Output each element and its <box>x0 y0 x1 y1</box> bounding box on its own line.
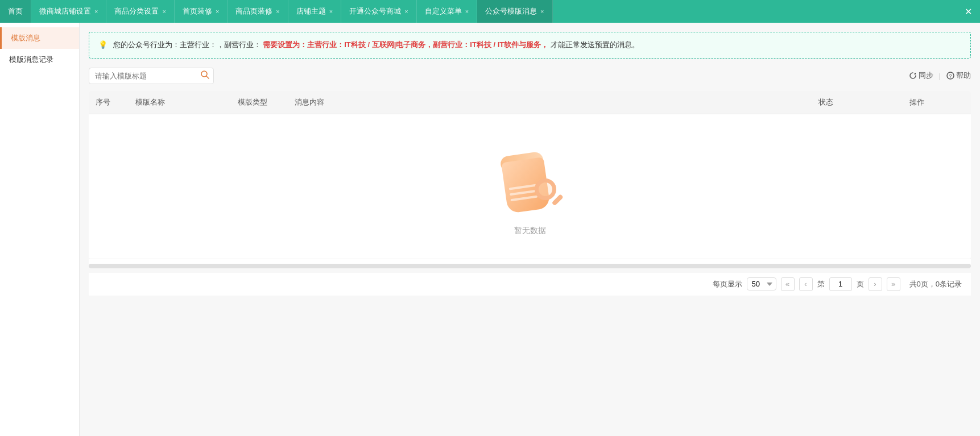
col-content: 消息内容 <box>288 91 812 114</box>
page-unit: 页 <box>857 279 864 289</box>
page-size-select[interactable]: 10 20 50 100 <box>747 277 776 290</box>
help-label: 帮助 <box>956 70 971 81</box>
page-size-label: 每页显示 <box>713 279 742 289</box>
weshop-tab-label: 微商城店铺设置 <box>39 6 91 16</box>
sidebar-item-template-msg-record[interactable]: 模版消息记录 <box>0 49 79 70</box>
search-input-wrap <box>89 68 214 84</box>
search-right: 同步 | ? 帮助 <box>909 70 971 81</box>
nav-tab-home-decor[interactable]: 首页装修 × <box>175 0 228 23</box>
close-weshop-tab[interactable]: × <box>94 8 98 15</box>
nav-tab-category[interactable]: 商品分类设置 × <box>106 0 174 23</box>
table-header: 序号 模版名称 模版类型 消息内容 状态 操作 <box>89 91 971 114</box>
nav-tab-home[interactable]: 首页 <box>0 0 31 23</box>
home-tab-label: 首页 <box>8 6 23 16</box>
help-button[interactable]: ? 帮助 <box>946 70 971 81</box>
col-name: 模版名称 <box>129 91 231 114</box>
table-container: 序号 模版名称 模版类型 消息内容 状态 操作 <box>89 91 971 259</box>
sidebar: 模版消息 模版消息记录 <box>0 23 80 436</box>
divider: | <box>939 72 941 80</box>
page-input[interactable] <box>829 277 852 291</box>
search-icon[interactable] <box>201 70 209 81</box>
sidebar-item-template-msg-label: 模版消息 <box>11 34 40 42</box>
col-status: 状态 <box>812 91 903 114</box>
sidebar-item-template-msg[interactable]: 模版消息 <box>0 27 79 49</box>
page-total: 共0页，0条记录 <box>909 279 962 289</box>
search-bar: 同步 | ? 帮助 <box>89 68 971 84</box>
bulb-icon: 💡 <box>98 40 107 49</box>
notice-prefix: 您的公众号行业为：主营行业：，副营行业： <box>113 40 261 49</box>
custom-menu-tab-label: 自定义菜单 <box>425 6 462 16</box>
nav-tab-weshop[interactable]: 微商城店铺设置 × <box>31 0 106 23</box>
home-decor-tab-label: 首页装修 <box>183 6 212 16</box>
main-content: 💡 您的公众号行业为：主营行业：，副营行业： 需要设置为：主营行业：IT科技 /… <box>80 23 980 436</box>
close-template-msg-tab[interactable]: × <box>540 8 544 15</box>
magnifier <box>535 178 564 208</box>
close-all-tabs-button[interactable]: ✕ <box>957 0 980 23</box>
first-page-button[interactable]: « <box>781 277 795 291</box>
page-label: 第 <box>817 279 825 289</box>
empty-text: 暂无数据 <box>514 226 546 236</box>
search-input[interactable] <box>89 68 214 84</box>
layout: 模版消息 模版消息记录 💡 您的公众号行业为：主营行业：，副营行业： 需要设置为… <box>0 23 980 436</box>
close-open-mall-tab[interactable]: × <box>404 8 408 15</box>
sync-button[interactable]: 同步 <box>909 70 933 81</box>
nav-tab-custom-menu[interactable]: 自定义菜单 × <box>417 0 477 23</box>
last-page-button[interactable]: » <box>887 277 900 291</box>
table-scrollbar[interactable] <box>89 264 971 268</box>
close-home-decor-tab[interactable]: × <box>216 8 219 15</box>
nav-tab-product-decor[interactable]: 商品页装修 × <box>228 0 288 23</box>
magnifier-circle <box>535 178 556 200</box>
nav-tab-shop-theme[interactable]: 店铺主题 × <box>288 0 341 23</box>
product-decor-tab-label: 商品页装修 <box>235 6 272 16</box>
close-custom-menu-tab[interactable]: × <box>465 8 469 15</box>
top-nav: 首页 微商城店铺设置 × 商品分类设置 × 首页装修 × 商品页装修 × 店铺主… <box>0 0 980 23</box>
empty-state: 暂无数据 <box>89 114 971 259</box>
close-product-decor-tab[interactable]: × <box>276 8 279 15</box>
col-seq: 序号 <box>89 91 129 114</box>
notice-highlight: 需要设置为：主营行业：IT科技 / 互联网|电子商务，副营行业：IT科技 / I… <box>263 40 548 49</box>
svg-line-1 <box>206 76 209 78</box>
scroll-line-2 <box>509 189 536 196</box>
template-msg-tab-label: 公众号模版消息 <box>485 6 537 16</box>
category-tab-label: 商品分类设置 <box>114 6 159 16</box>
nav-tab-open-mall[interactable]: 开通公众号商城 × <box>341 0 416 23</box>
nav-tab-template-msg[interactable]: 公众号模版消息 × <box>477 0 552 23</box>
notice-suffix: 才能正常发送预置的消息。 <box>551 40 639 49</box>
notice-box: 💡 您的公众号行业为：主营行业：，副营行业： 需要设置为：主营行业：IT科技 /… <box>89 32 971 59</box>
shop-theme-tab-label: 店铺主题 <box>296 6 326 16</box>
prev-page-button[interactable]: ‹ <box>799 277 813 291</box>
close-category-tab[interactable]: × <box>162 8 166 15</box>
svg-text:?: ? <box>949 73 952 79</box>
empty-illustration <box>496 148 564 217</box>
next-page-button[interactable]: › <box>869 277 882 291</box>
close-shop-theme-tab[interactable]: × <box>329 8 333 15</box>
sync-label: 同步 <box>919 70 933 81</box>
pagination-bar: 每页显示 10 20 50 100 « ‹ 第 页 › » 共0页，0条记录 <box>89 273 971 296</box>
col-type: 模版类型 <box>231 91 288 114</box>
open-mall-tab-label: 开通公众号商城 <box>349 6 401 16</box>
col-action: 操作 <box>903 91 971 114</box>
search-left <box>89 68 214 84</box>
sidebar-item-template-msg-record-label: 模版消息记录 <box>9 55 53 64</box>
